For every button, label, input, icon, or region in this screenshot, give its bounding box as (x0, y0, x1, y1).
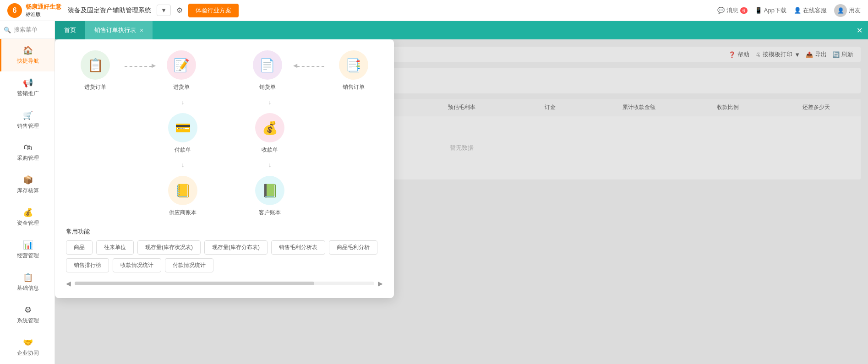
modal-box: 📋 进货订单 📝 (55, 39, 394, 298)
flow-area: 📋 进货订单 📝 (66, 50, 383, 217)
download-icon: 📱 (755, 7, 762, 14)
flow-node-supplier-ledger[interactable]: 📒 供应商账本 (153, 176, 213, 217)
sidebar-item-operations[interactable]: 📊 经营管理 (0, 234, 55, 266)
flow-node-purchase-bill[interactable]: 📝 进货单 (152, 50, 211, 91)
sidebar-item-marketing[interactable]: 📢 营销推广 (0, 71, 55, 104)
common-functions-section: 常用功能 商品 往来单位 现存量(库存状况表) 现存量(库存分布表) 销售毛利分… (66, 228, 383, 272)
func-btn-partner[interactable]: 往来单位 (96, 240, 134, 255)
func-btn-receipt-stats[interactable]: 收款情况统计 (113, 258, 161, 272)
app-wrapper: 6 畅康通好生意 标准版 装备及固定资产辅助管理系统 ▼ ⚙ 体验行业方案 💬 … (0, 0, 868, 364)
top-bar-left: 6 畅康通好生意 标准版 装备及固定资产辅助管理系统 ▼ ⚙ 体验行业方案 (7, 3, 239, 18)
sidebar: 🔍 搜索菜单 🏠 快捷导航 📢 营销推广 🛒 销售管理 🛍 采购管理 📦 (0, 21, 55, 364)
flow-row-arrows-2: ↓ ↓ (66, 161, 383, 168)
func-btn-product[interactable]: 商品 (66, 240, 93, 255)
sidebar-item-purchase[interactable]: 🛍 采购管理 (0, 136, 55, 168)
sidebar-item-sales[interactable]: 🛒 销售管理 (0, 104, 55, 136)
purchase-bill-icon: 📝 (167, 50, 196, 80)
logo-icon: 6 (7, 3, 22, 18)
tab-close-global-icon[interactable]: ✕ (857, 26, 863, 35)
flow-node-purchase-order[interactable]: 📋 进货订单 (66, 50, 125, 91)
payment-bill-icon: 💳 (168, 113, 197, 142)
sidebar-item-inventory[interactable]: 📦 库存核算 (0, 168, 55, 201)
flow-row-1: 📋 进货订单 📝 (66, 50, 383, 91)
basic-info-icon: 📋 (23, 272, 33, 283)
scroll-right-btn[interactable]: ▶ (378, 280, 383, 287)
receipt-bill-icon: 💰 (255, 113, 284, 142)
down-arrow-payment: ↓ (181, 161, 185, 168)
down-arrow-receipt: ↓ (268, 161, 272, 168)
sidebar-item-sys-manage[interactable]: ⚙ 系统管理 (0, 299, 55, 331)
system-title: 装备及固定资产辅助管理系统 (68, 6, 151, 15)
service-icon: 👤 (794, 7, 801, 14)
scroll-left-btn[interactable]: ◀ (66, 280, 71, 287)
online-service-button[interactable]: 👤 在线客服 (794, 6, 827, 15)
system-dropdown[interactable]: ▼ (157, 5, 171, 16)
flow-row-arrows: ↓ ↓ (66, 98, 383, 106)
settings-icon[interactable]: ⚙ (176, 6, 183, 15)
flow-node-sales-order[interactable]: 📑 销售订单 (324, 50, 383, 91)
scrollbar-track[interactable] (75, 282, 374, 285)
logo-text: 畅康通好生意 标准版 (26, 3, 61, 17)
down-arrow-purchase-bill: ↓ (181, 98, 185, 106)
tab-sales-order[interactable]: 销售订单执行表 × (85, 21, 153, 39)
sidebar-item-collab[interactable]: 🤝 企业协同 (0, 331, 55, 364)
sales-bill-icon: 📄 (253, 50, 282, 80)
func-btn-sales-margin[interactable]: 销售毛利分析表 (271, 240, 325, 255)
sidebar-item-basic-info[interactable]: 📋 基础信息 (0, 266, 55, 299)
top-bar-right: 💬 消息 6 📱 App下载 👤 在线客服 👤 用友 (717, 4, 861, 17)
common-func-title: 常用功能 (66, 228, 383, 236)
flow-row-3: 📒 供应商账本 📗 客户账本 (66, 176, 383, 217)
message-badge: 6 (740, 7, 748, 14)
sidebar-item-quick-nav[interactable]: 🏠 快捷导航 (0, 39, 55, 71)
message-button[interactable]: 💬 消息 6 (717, 6, 748, 15)
supplier-ledger-icon: 📒 (168, 176, 197, 205)
marketing-icon: 📢 (23, 78, 33, 88)
modal-scrollbar: ◀ ▶ (66, 280, 383, 287)
page-content: ❓ 帮助 🖨 按模板打印 ▼ 📤 导出 🔄 刷新 (55, 39, 868, 364)
sidebar-search[interactable]: 🔍 搜索菜单 (0, 21, 55, 39)
sales-order-icon: 📑 (339, 50, 368, 80)
func-btn-payment-stats[interactable]: 付款情况统计 (165, 258, 213, 272)
flow-node-sales-bill[interactable]: 📄 销货单 (238, 50, 297, 91)
message-icon: 💬 (717, 7, 725, 14)
flow-node-customer-ledger[interactable]: 📗 客户账本 (240, 176, 300, 217)
func-buttons-row-2: 销售排行榜 收款情况统计 付款情况统计 (66, 258, 383, 272)
search-icon: 🔍 (4, 27, 11, 33)
purchase-icon: 🛍 (24, 143, 32, 152)
sys-manage-icon: ⚙ (24, 305, 32, 315)
customer-ledger-icon: 📗 (255, 176, 284, 205)
func-btn-stock-dist[interactable]: 现存量(库存分布表) (204, 240, 267, 255)
sidebar-item-finance[interactable]: 💰 资金管理 (0, 201, 55, 234)
app-download-button[interactable]: 📱 App下载 (755, 6, 786, 15)
purchase-order-icon: 📋 (81, 50, 110, 80)
trial-button[interactable]: 体验行业方案 (188, 4, 239, 17)
tab-bar: 首页 销售订单执行表 × ✕ (55, 21, 868, 39)
modal-overlay: 📋 进货订单 📝 (55, 39, 868, 364)
arrow-purchase-order-to-bill (125, 66, 152, 67)
inventory-icon: 📦 (23, 175, 33, 185)
content-area: 首页 销售订单执行表 × ✕ ❓ 帮助 🖨 按 (55, 21, 868, 364)
logo-area: 6 畅康通好生意 标准版 (7, 3, 62, 18)
top-bar: 6 畅康通好生意 标准版 装备及固定资产辅助管理系统 ▼ ⚙ 体验行业方案 💬 … (0, 0, 868, 21)
arrow-sales-order-to-bill (297, 66, 324, 67)
scrollbar-thumb (75, 282, 314, 285)
func-btn-product-margin[interactable]: 商品毛利分析 (329, 240, 377, 255)
main-area: 🔍 搜索菜单 🏠 快捷导航 📢 营销推广 🛒 销售管理 🛍 采购管理 📦 (0, 21, 868, 364)
tab-close-icon[interactable]: × (140, 27, 143, 34)
home-icon: 🏠 (23, 45, 33, 55)
collab-icon: 🤝 (23, 337, 33, 348)
flow-row-2: 💳 付款单 💰 收款单 (66, 113, 383, 154)
flow-node-receipt-bill[interactable]: 💰 收款单 (240, 113, 300, 154)
sales-icon: 🛒 (23, 110, 33, 120)
flow-node-payment-bill[interactable]: 💳 付款单 (153, 113, 213, 154)
avatar: 👤 (834, 4, 847, 17)
func-btn-stock-status[interactable]: 现存量(库存状况表) (137, 240, 201, 255)
finance-icon: 💰 (23, 207, 33, 217)
operations-icon: 📊 (23, 240, 33, 250)
user-area[interactable]: 👤 用友 (834, 4, 861, 17)
down-arrow-sales-bill: ↓ (268, 98, 272, 106)
tab-home[interactable]: 首页 (55, 21, 85, 39)
func-btn-sales-rank[interactable]: 销售排行榜 (66, 258, 109, 272)
func-buttons-row: 商品 往来单位 现存量(库存状况表) 现存量(库存分布表) 销售毛利分析表 商品… (66, 240, 383, 255)
